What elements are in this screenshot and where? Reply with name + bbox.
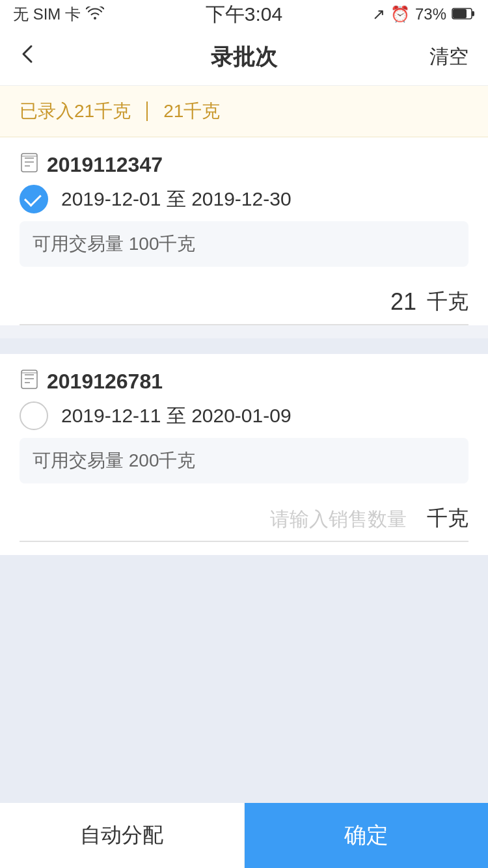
- summary-bar: 已录入21千克 21千克: [0, 86, 488, 137]
- batch-card-1: 2019112347 2019-12-01 至 2019-12-30 可用交易量…: [0, 137, 488, 325]
- batch1-avail: 可用交易量 100千克: [20, 221, 468, 267]
- batch2-input-row: 千克: [0, 494, 488, 533]
- batch2-radio[interactable]: [20, 401, 48, 430]
- batch2-avail: 可用交易量 200千克: [20, 438, 468, 483]
- back-button[interactable]: [20, 41, 59, 73]
- clear-button[interactable]: 清空: [429, 44, 468, 70]
- status-time: 下午3:04: [206, 1, 282, 28]
- battery-icon: [452, 5, 475, 23]
- batch2-bottom-pad: [0, 542, 488, 555]
- status-left: 无 SIM 卡: [13, 4, 104, 25]
- batch1-quantity: 21: [390, 288, 416, 316]
- batch2-date: 2019-12-11 至 2020-01-09: [61, 403, 291, 429]
- bottom-bar: 自动分配 确定: [0, 803, 488, 868]
- batch2-quantity-input[interactable]: [20, 507, 416, 531]
- svg-rect-1: [472, 11, 474, 16]
- batch1-radio[interactable]: [20, 185, 48, 213]
- batch1-header: 2019112347: [0, 137, 488, 177]
- batch1-id-icon: [20, 153, 39, 177]
- total-label: 21千克: [163, 99, 220, 124]
- gray-background-area: [0, 555, 488, 841]
- status-right: ↗ ⏰ 73%: [372, 5, 475, 23]
- batch1-date: 2019-12-01 至 2019-12-30: [61, 186, 291, 213]
- wifi-icon: [86, 5, 104, 23]
- section-divider-1: [0, 338, 488, 354]
- status-bar: 无 SIM 卡 下午3:04 ↗ ⏰ 73%: [0, 0, 488, 29]
- main-content: 已录入21千克 21千克 2019112347 2019-12-01 至 201…: [0, 86, 488, 868]
- summary-divider: [146, 102, 148, 121]
- alarm-icon: ⏰: [390, 5, 410, 23]
- confirm-button[interactable]: 确定: [245, 803, 489, 868]
- page-title: 录批次: [211, 42, 277, 72]
- batch2-date-row: 2019-12-11 至 2020-01-09: [0, 394, 488, 438]
- recorded-label: 已录入21千克: [20, 99, 131, 124]
- battery-label: 73%: [415, 5, 446, 23]
- nav-bar: 录批次 清空: [0, 29, 488, 86]
- svg-rect-2: [453, 9, 467, 18]
- batch1-id: 2019112347: [47, 153, 163, 177]
- batch1-unit: 千克: [427, 288, 468, 316]
- batch2-header: 2019126781: [0, 354, 488, 394]
- batch2-id-icon: [20, 370, 39, 394]
- batch2-unit: 千克: [427, 504, 468, 533]
- batch1-date-row: 2019-12-01 至 2019-12-30: [0, 177, 488, 221]
- batch1-quantity-row: 21 千克: [0, 277, 488, 316]
- no-sim-label: 无 SIM 卡: [13, 4, 81, 25]
- batch-card-2: 2019126781 2019-12-11 至 2020-01-09 可用交易量…: [0, 354, 488, 555]
- batch1-separator: [20, 324, 468, 325]
- auto-distribute-button[interactable]: 自动分配: [0, 803, 245, 868]
- location-icon: ↗: [372, 5, 385, 23]
- batch2-id: 2019126781: [47, 370, 163, 394]
